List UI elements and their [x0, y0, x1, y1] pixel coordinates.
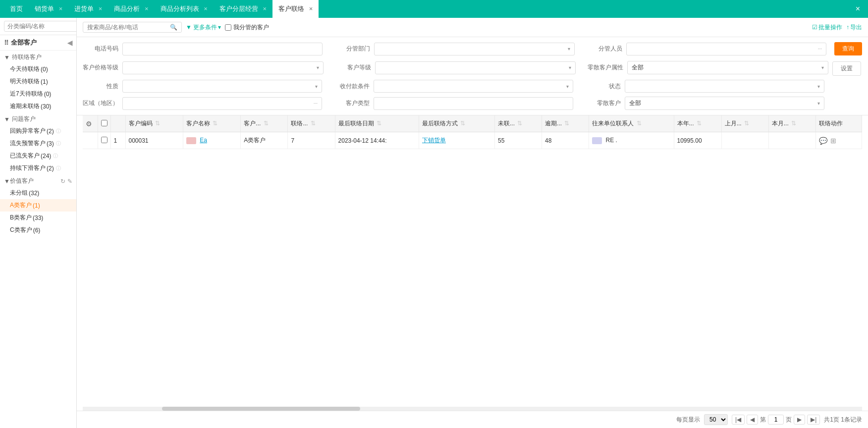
retail-attr-select[interactable]: 全部 ▾	[627, 61, 828, 74]
row-name-cell[interactable]: Ea	[183, 132, 240, 149]
col-customer-name[interactable]: 客户名称 ⇅	[183, 115, 240, 132]
first-page-button[interactable]: |◀	[732, 415, 745, 425]
horizontal-scrollbar-thumb[interactable]	[162, 407, 360, 411]
filter-more-button[interactable]: ▼ 更多条件 ▾	[186, 23, 221, 32]
sidebar-item-c-class[interactable]: C类客户 (6)	[0, 224, 76, 236]
sidebar-item-repurchase-abnormal[interactable]: 回购异常客户 (2) ⓘ	[0, 125, 76, 137]
row-checkbox[interactable]	[101, 137, 108, 143]
horizontal-scrollbar[interactable]	[83, 407, 862, 411]
page-input[interactable]	[768, 415, 784, 425]
info-icon-3[interactable]: ⓘ	[53, 153, 58, 160]
manager-select[interactable]: ···	[626, 43, 826, 55]
next-page-button[interactable]: ▶	[794, 415, 805, 425]
close-customer-contact-tab[interactable]: ×	[309, 5, 313, 12]
col-company-contact[interactable]: 往来单位联系人 ⇅	[589, 115, 674, 132]
row-checkbox-cell[interactable]	[98, 132, 110, 149]
close-product-analysis-tab[interactable]: ×	[145, 5, 149, 12]
col-last-month[interactable]: 上月... ⇅	[721, 115, 768, 132]
nav-customer-contact[interactable]: 客户联络 ×	[272, 0, 319, 18]
edit-icon[interactable]: ✎	[67, 178, 72, 185]
row-action-cell: 💬 ⊞	[815, 132, 862, 149]
nav-product-analysis[interactable]: 商品分析 ×	[108, 0, 154, 18]
my-customers-check[interactable]	[225, 24, 231, 31]
settings-button[interactable]: 设置	[832, 61, 861, 76]
sort-this-month-icon[interactable]: ⇅	[791, 120, 796, 127]
payment-select[interactable]: ▾	[374, 80, 573, 93]
sort-no-contact-icon[interactable]: ⇅	[517, 120, 522, 127]
close-customer-segmentation-tab[interactable]: ×	[263, 5, 267, 12]
sidebar-item-churn-warning[interactable]: 流失预警客户 (3) ⓘ	[0, 137, 76, 150]
sidebar-item-b-class[interactable]: B类客户 (33)	[0, 212, 76, 224]
nav-customer-segmentation[interactable]: 客户分层经营 ×	[214, 0, 272, 18]
col-settings[interactable]: ⚙	[83, 115, 98, 132]
per-page-select[interactable]: 50	[704, 414, 728, 425]
col-no-contact[interactable]: 未联... ⇅	[494, 115, 542, 132]
sort-last-month-icon[interactable]: ⇅	[744, 120, 749, 127]
refresh-icon[interactable]: ↻	[60, 178, 65, 185]
nav-home[interactable]: 首页	[4, 0, 29, 18]
sidebar-item-week-contact[interactable]: 近7天待联络 (0)	[0, 88, 76, 100]
info-icon-1[interactable]: ⓘ	[56, 128, 61, 135]
nav-purchase[interactable]: 进货单 ×	[68, 0, 108, 18]
phone-input[interactable]	[122, 43, 323, 55]
customer-type-input[interactable]	[374, 97, 573, 110]
sidebar-item-churned[interactable]: 已流失客户 (24) ⓘ	[0, 150, 76, 162]
col-customer-code[interactable]: 客户编码 ⇅	[125, 115, 183, 132]
sidebar-item-unclassified[interactable]: 未分组 (32)	[0, 187, 76, 199]
sidebar-item-overdue-contact[interactable]: 逾期未联络 (30)	[0, 100, 76, 112]
prev-page-button[interactable]: ◀	[747, 415, 758, 425]
sort-last-contact-method-icon[interactable]: ⇅	[460, 120, 465, 127]
sidebar-item-declining[interactable]: 持续下滑客户 (2) ⓘ	[0, 162, 76, 174]
col-checkbox[interactable]	[98, 115, 110, 132]
col-last-contact-date[interactable]: 最后联络日期 ⇅	[335, 115, 419, 132]
col-this-month[interactable]: 本月... ⇅	[768, 115, 815, 132]
sidebar-item-a-class[interactable]: A类客户 (1)	[0, 199, 76, 212]
col-overdue[interactable]: 逾期... ⇅	[542, 115, 589, 132]
batch-operation-button[interactable]: ☑ 批量操作	[812, 23, 842, 32]
sort-last-contact-date-icon[interactable]: ⇅	[377, 120, 381, 127]
col-last-contact-method[interactable]: 最后联络方式 ⇅	[419, 115, 494, 132]
sort-company-contact-icon[interactable]: ⇅	[637, 120, 642, 127]
col-contacts[interactable]: 联络... ⇅	[288, 115, 335, 132]
sidebar-search-input[interactable]	[4, 21, 77, 32]
price-level-select[interactable]: ▾	[122, 61, 324, 74]
sidebar-item-today-contact[interactable]: 今天待联络 (0)	[0, 63, 76, 75]
last-page-button[interactable]: ▶|	[807, 415, 820, 425]
sort-contacts-icon[interactable]: ⇅	[311, 120, 316, 127]
sort-overdue-icon[interactable]: ⇅	[564, 120, 569, 127]
row-last-contact-method-cell[interactable]: 下销货单	[419, 132, 494, 149]
info-icon-2[interactable]: ⓘ	[56, 140, 61, 147]
my-customers-checkbox[interactable]: 我分管的客户	[225, 23, 269, 32]
collapse-icon[interactable]: ◀	[67, 39, 72, 47]
all-customers-header[interactable]: ⠿ 全部客户 ◀	[0, 35, 76, 51]
filter-search-icon[interactable]: 🔍	[170, 24, 177, 31]
close-product-analysis-list-tab[interactable]: ×	[204, 5, 208, 12]
customer-level-select[interactable]: ▾	[375, 61, 576, 74]
sort-this-year-icon[interactable]: ⇅	[697, 120, 702, 127]
filter-search-input[interactable]	[87, 24, 170, 31]
customer-level-field: 客户等级 ▾	[335, 61, 576, 74]
gear-icon[interactable]: ⚙	[86, 120, 92, 128]
col-category[interactable]: 客户... ⇅	[241, 115, 288, 132]
status-select[interactable]: ▾	[625, 80, 824, 93]
retail-customer-select[interactable]: 全部 ▾	[625, 97, 824, 110]
close-sales-tab[interactable]: ×	[59, 5, 63, 12]
sort-category-icon[interactable]: ⇅	[264, 120, 269, 127]
grid-action-icon[interactable]: ⊞	[830, 137, 836, 145]
sidebar-item-tomorrow-contact[interactable]: 明天待联络 (1)	[0, 75, 76, 88]
col-this-year[interactable]: 本年... ⇅	[674, 115, 721, 132]
query-button[interactable]: 查询	[834, 42, 862, 55]
sort-customer-name-icon[interactable]: ⇅	[213, 120, 217, 127]
close-purchase-tab[interactable]: ×	[99, 5, 103, 12]
nav-sales[interactable]: 销货单 ×	[29, 0, 68, 18]
sort-customer-code-icon[interactable]: ⇅	[155, 120, 160, 127]
info-icon-4[interactable]: ⓘ	[56, 165, 61, 172]
select-all-checkbox[interactable]	[101, 120, 108, 126]
nature-select[interactable]: ▾	[122, 80, 322, 93]
export-button[interactable]: ↑ 导出	[846, 23, 862, 32]
dept-select[interactable]: ▾	[374, 43, 574, 55]
nav-product-analysis-list[interactable]: 商品分析列表 ×	[155, 0, 214, 18]
region-select[interactable]: ···	[122, 97, 322, 110]
chat-icon[interactable]: 💬	[819, 137, 827, 145]
global-close-button[interactable]: ×	[852, 4, 864, 13]
